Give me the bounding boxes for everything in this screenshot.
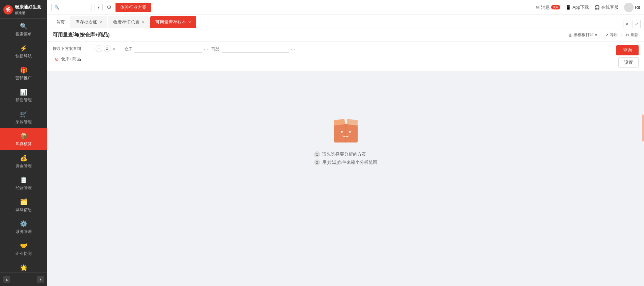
search-icon: 🔍: [54, 5, 59, 10]
empty-hint-1: 1 请先选择要分析的方案: [314, 151, 377, 157]
export-icon: ↗: [605, 33, 609, 37]
warehouse-label: 仓库: [124, 46, 132, 52]
refresh-btn[interactable]: ↻ 刷新: [626, 32, 639, 38]
sidebar-scroll-up-btn[interactable]: ▲: [3, 276, 10, 283]
tab-home[interactable]: 首页: [51, 17, 70, 28]
tab-collect-ledger[interactable]: 收发存汇总表 ✕: [108, 16, 150, 28]
sidebar-item-label: 快捷导航: [16, 53, 32, 59]
handshake-icon: 🤝: [20, 242, 27, 250]
topbar-settings-btn[interactable]: ⚙: [105, 3, 113, 12]
page-header: 可用量查询(按仓库+商品) 🖨 按模板打印 ▾ | ↗ 导出 | ↻: [47, 28, 644, 42]
sidebar-item-label: 搜索菜单: [16, 31, 32, 37]
sidebar-item-label: 销售管理: [16, 97, 32, 103]
chevron-down-icon: ▾: [595, 33, 597, 37]
print-icon: 🖨: [568, 33, 572, 37]
tab-expand-btn[interactable]: ⤢: [633, 20, 641, 28]
empty-state: 1 请先选择要分析的方案 2 用[过滤]条件来缩小分析范围: [47, 71, 644, 206]
page-header-actions: 🖨 按模板打印 ▾ | ↗ 导出 | ↻ 刷新: [568, 32, 639, 38]
user-avatar-action[interactable]: Rit: [624, 3, 640, 12]
sidebar-item-ops[interactable]: 📋 经营管理: [0, 172, 47, 194]
sidebar-item-enterprise[interactable]: 🤝 企业协同: [0, 238, 47, 260]
svg-point-4: [349, 131, 351, 133]
sidebar-item-label: 经营管理: [16, 185, 32, 191]
filter-scheme-add-btn[interactable]: +: [96, 45, 102, 52]
headset-icon: 🎧: [594, 5, 600, 10]
topbar: 🔍 ▾ ⚙ 体验行业方案 ✉ 消息 99+ 📱 App下载: [47, 0, 644, 15]
empty-hint-2: 2 用[过滤]条件来缩小分析范围: [314, 159, 377, 165]
topbar-actions: ✉ 消息 99+ 📱 App下载 🎧 在线客服 Rit: [536, 3, 640, 12]
brand: 畅 畅康通好生意 标准版: [3, 4, 44, 16]
tab-batch-ledger-close[interactable]: ✕: [99, 20, 102, 25]
home-label: 首页: [56, 19, 65, 25]
hint-1-number: 1: [314, 151, 320, 157]
sidebar-item-purchase[interactable]: 🛒 采购管理: [0, 106, 47, 128]
filter-settings-btn[interactable]: 设置: [618, 57, 639, 68]
print-template-btn[interactable]: 🖨 按模板打印 ▾: [568, 32, 597, 38]
hint-2-text: 用[过滤]条件来缩小分析范围: [322, 159, 377, 165]
filter-scheme-item-warehouse[interactable]: ⊙ 仓库+商品: [53, 55, 116, 63]
sidebar-item-label: 资金管理: [16, 163, 32, 169]
sidebar-item-system[interactable]: ⚙️ 系统管理: [0, 216, 47, 238]
sidebar-item-guide[interactable]: 🌟 新手引导: [0, 260, 47, 272]
sidebar-item-fund[interactable]: 💰 资金管理: [0, 150, 47, 172]
sidebar-item-basic[interactable]: 🗂️ 基础信息: [0, 194, 47, 216]
refresh-label: 刷新: [630, 32, 639, 38]
hint-2-number: 2: [314, 159, 320, 165]
filter-field-goods: 商品 ···: [211, 45, 295, 53]
goods-input[interactable]: [222, 45, 289, 53]
topbar-dropdown-btn[interactable]: ▾: [95, 4, 103, 11]
app-download-action[interactable]: 📱 App下载: [566, 4, 589, 10]
tab-available-stock[interactable]: 可用量库存账本 ✕: [150, 16, 196, 28]
online-service-action[interactable]: 🎧 在线客服: [594, 4, 619, 10]
tab-batch-ledger[interactable]: 库存批次账 ✕: [70, 16, 107, 28]
settings-icon: ⚙: [107, 4, 111, 10]
filter-actions-side: 查询 设置: [613, 45, 639, 68]
tab-close-btn[interactable]: ✕: [623, 20, 631, 28]
brand-sub: 标准版: [15, 11, 41, 16]
sidebar-item-search[interactable]: 🔍 搜索菜单: [0, 19, 47, 41]
topbar-search-box[interactable]: 🔍: [51, 4, 92, 11]
sidebar-item-label: 库存核算: [16, 141, 32, 147]
tab-available-stock-close[interactable]: ✕: [188, 20, 191, 25]
filter-panel: 按以下方案查询 + ⚙ « ⊙ 仓库+商品 仓库: [47, 42, 644, 71]
username: Rit: [635, 5, 640, 10]
gift-icon: 🎁: [20, 67, 27, 74]
tabs-bar-actions: ✕ ⤢: [623, 20, 644, 28]
clipboard-icon: 📋: [20, 176, 27, 184]
message-action[interactable]: ✉ 消息 99+: [536, 4, 560, 10]
message-label: 消息: [541, 4, 550, 10]
filter-field-warehouse: 仓库 ···: [124, 45, 208, 53]
sidebar: 畅 畅康通好生意 标准版 🔍 搜索菜单 ⚡ 快捷导航 🎁 营销推广: [0, 0, 47, 286]
filter-collapse-btn[interactable]: «: [112, 45, 116, 52]
filter-scheme: 按以下方案查询 + ⚙ « ⊙ 仓库+商品: [53, 45, 120, 63]
sidebar-item-inventory[interactable]: 📦 库存核算: [0, 128, 47, 150]
export-btn[interactable]: ↗ 导出: [605, 32, 618, 38]
sidebar-item-marketing[interactable]: 🎁 营销推广: [0, 62, 47, 84]
divider2: |: [621, 32, 622, 37]
search-icon: 🔍: [20, 23, 27, 30]
goods-label: 商品: [211, 46, 220, 52]
query-btn[interactable]: 查询: [616, 45, 639, 55]
tab-collect-ledger-close[interactable]: ✕: [141, 20, 145, 25]
sidebar-scroll-down-btn[interactable]: ▼: [37, 276, 44, 283]
industry-btn[interactable]: 体验行业方案: [115, 3, 151, 12]
warehouse-more-btn[interactable]: ···: [204, 46, 208, 52]
brand-name: 畅康通好生意: [15, 4, 41, 10]
folder-icon: 🗂️: [20, 198, 27, 206]
tab-collect-ledger-label: 收发存汇总表: [113, 19, 139, 25]
filter-scheme-settings-btn[interactable]: ⚙: [104, 45, 110, 52]
warehouse-input[interactable]: [134, 45, 202, 53]
chart-icon: 📊: [20, 88, 27, 96]
sidebar-item-shortcut[interactable]: ⚡ 快捷导航: [0, 41, 47, 62]
avatar: [624, 3, 634, 12]
gear-icon: ⚙️: [20, 220, 27, 228]
shortcut-icon: ⚡: [20, 45, 27, 52]
empty-state-svg: [329, 112, 363, 146]
app-download-label: App下载: [572, 4, 589, 10]
sidebar-item-sales[interactable]: 📊 销售管理: [0, 84, 47, 106]
refresh-icon: ↻: [626, 33, 629, 37]
tab-batch-ledger-label: 库存批次账: [75, 19, 97, 25]
sidebar-footer: ▲ ▼: [0, 272, 47, 286]
goods-more-btn[interactable]: ···: [291, 46, 295, 52]
filter-fields: 仓库 ··· 商品 ···: [124, 45, 609, 53]
